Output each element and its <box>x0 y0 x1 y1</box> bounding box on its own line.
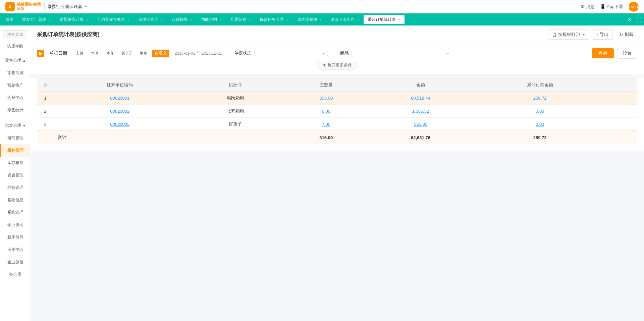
tab-keyongliang[interactable]: 可用量库存账本 × <box>93 15 133 24</box>
expand-icon: ▼ <box>322 63 326 68</box>
message-icon: ✉ <box>581 4 585 9</box>
date-btn-7days[interactable]: 近7天 <box>119 50 135 57</box>
row-extra <box>606 105 637 118</box>
close-icon[interactable]: × <box>286 17 288 21</box>
close-icon[interactable]: × <box>127 17 129 21</box>
logo-text: 畅捷通好生意 标版 <box>17 2 41 11</box>
status-select[interactable] <box>254 51 328 56</box>
arrow-icon: ▲ <box>22 59 26 62</box>
sidebar-item-ecommerce[interactable]: 电商管理 <box>0 132 30 144</box>
workspace-selector[interactable]: 母婴行业演示账套 <box>44 2 90 11</box>
filter-expand-row: ▼ 展开更多条件 <box>37 59 637 70</box>
sidebar-item-member[interactable]: 畅会员 <box>0 268 30 281</box>
th-settings: ⚙ <box>37 78 54 92</box>
chevron-down-icon <box>322 53 325 54</box>
sidebar: 搜索菜单 快捷导航 零售管理 ▲ 零售商城 营销推广 会员中心 零售统计 批发管… <box>0 25 30 321</box>
query-button[interactable]: 查询 <box>592 48 614 58</box>
goods-label: 商品 <box>340 50 349 56</box>
tab-yaoqing[interactable]: 邀请下游客户 × <box>326 15 363 24</box>
avatar[interactable]: demo2 <box>629 2 639 12</box>
print-icon: 🖨 <box>552 32 557 37</box>
nav-expand-button[interactable]: ⛶ <box>635 16 643 23</box>
tab-caigou-active[interactable]: 采购订单统计表 × <box>364 15 404 24</box>
page-header: 采购订单统计表(按供应商) 🖨 按模板打印 ↑ 导出 ↻ 刷新 <box>30 25 644 44</box>
logo-icon: 6 <box>5 2 15 11</box>
sidebar-item-retail-stats[interactable]: 零售统计 <box>0 104 30 116</box>
chevron-down-icon <box>582 34 585 36</box>
date-custom-tag[interactable]: 自定义 <box>152 50 169 57</box>
expand-more-button[interactable]: ▼ 展开更多条件 <box>317 61 358 70</box>
page-header-actions: 🖨 按模板打印 ↑ 导出 ↻ 刷新 <box>548 30 638 40</box>
sidebar-item-finance[interactable]: 资金管理 <box>0 169 30 181</box>
footer-empty <box>37 131 54 144</box>
footer-qty: 316.00 <box>285 131 368 144</box>
sidebar-item-inventory[interactable]: 库存核算 <box>0 157 30 169</box>
sidebar-item-newguide[interactable]: 新手引导 <box>0 231 30 244</box>
th-empty <box>606 78 637 92</box>
row-supplier: 飞鹤奶粉 <box>186 105 285 118</box>
row-code: 00020002 <box>54 105 186 118</box>
tab-yaohuo[interactable]: 要货单统计表 × <box>55 15 92 24</box>
sidebar-item-basic-info[interactable]: 基础信息 <box>0 194 30 206</box>
close-icon[interactable]: × <box>357 17 359 21</box>
table-row: 1 00020001 惠氏奶粉 303.00 60,519.44 259.72 <box>37 92 637 105</box>
sidebar-item-operations[interactable]: 经营管理 <box>0 181 30 194</box>
message-button[interactable]: ✉ 消息 <box>581 4 595 10</box>
quick-nav-button[interactable]: 快捷导航 <box>0 41 30 51</box>
sidebar-item-wholesale[interactable]: 批发管理 ▼ <box>0 119 30 132</box>
export-button[interactable]: ↑ 导出 <box>592 30 613 40</box>
date-range-display: 2016-01-01 至 2023-12-31 <box>175 51 222 56</box>
close-icon[interactable]: × <box>398 17 400 21</box>
setting-button[interactable]: 设置 <box>617 48 637 59</box>
sidebar-item-wechat[interactable]: 企业微信 <box>0 256 30 268</box>
table-header-row: ⚙ 往来单位编码 供应商 主数量 金额 累计付款金额 <box>37 78 637 92</box>
refresh-icon: ↻ <box>620 32 623 37</box>
row-supplier: 好孩子 <box>186 118 285 131</box>
date-btn-last-month[interactable]: 上月 <box>72 50 87 57</box>
sidebar-item-retail-mall[interactable]: 零售商城 <box>0 67 30 79</box>
footer-paid: 259.72 <box>474 131 606 144</box>
close-icon[interactable]: × <box>320 17 322 21</box>
row-supplier: 惠氏奶粉 <box>186 92 285 105</box>
close-icon[interactable]: × <box>49 17 51 21</box>
date-btn-more[interactable]: 更多 <box>137 50 151 57</box>
refresh-button[interactable]: ↻ 刷新 <box>615 30 637 39</box>
sidebar-item-enterprise[interactable]: 企业协同 <box>0 219 30 231</box>
tab-chaochuyujing[interactable]: 超储预警 × <box>168 15 196 24</box>
close-icon[interactable]: × <box>86 17 88 21</box>
table-wrap: ⚙ 往来单位编码 供应商 主数量 金额 累计付款金额 1 00020001 <box>30 78 644 151</box>
sidebar-item-appcenter[interactable]: 应用中心 <box>0 244 30 256</box>
sidebar-divider <box>0 53 30 53</box>
sidebar-item-retail-management[interactable]: 零售管理 ▲ <box>0 54 30 67</box>
app-download-button[interactable]: 📱 App下载 <box>600 4 623 10</box>
sidebar-item-system[interactable]: 系统管理 <box>0 206 30 219</box>
sidebar-item-purchase[interactable]: 采购管理 <box>0 144 30 157</box>
close-icon[interactable]: × <box>249 17 251 21</box>
tab-baozhiqi[interactable]: 保质期查询 × <box>134 15 167 24</box>
content-area: 采购订单统计表(按供应商) 🖨 按模板打印 ↑ 导出 ↻ 刷新 <box>30 25 644 321</box>
sidebar-item-marketing[interactable]: 营销推广 <box>0 79 30 92</box>
settings-icon[interactable]: ⚙ <box>42 82 48 88</box>
top-bar-left: 6 畅捷通好生意 标版 母婴行业演示账套 <box>5 2 90 11</box>
nav-close-button[interactable]: ✕ <box>626 16 633 23</box>
tab-peizhi[interactable]: 配置信息 × <box>226 15 255 24</box>
goods-input[interactable]: ··· <box>352 50 452 57</box>
close-icon[interactable]: × <box>161 17 163 21</box>
th-paid: 累计付款金额 <box>474 78 606 92</box>
tab-home[interactable]: 首页 <box>1 15 17 24</box>
date-btn-this-month[interactable]: 本月 <box>88 50 102 57</box>
tab-gongneng[interactable]: 功能说明 × <box>197 15 225 24</box>
row-qty: 6.00 <box>285 105 368 118</box>
tab-shoufacun[interactable]: 收发存汇总表 × <box>18 15 55 24</box>
th-code: 往来单位编码 <box>54 78 186 92</box>
search-input[interactable]: 搜索菜单 <box>3 30 27 39</box>
filter-toggle-button[interactable]: ▶ <box>37 50 44 57</box>
print-button[interactable]: 🖨 按模板打印 <box>548 30 589 40</box>
sidebar-item-member-center[interactable]: 会员中心 <box>0 92 30 104</box>
filter-row: ▶ 单据日期 上月 本月 本年 近7天 更多 自定义 2016-01-01 至 … <box>37 48 637 59</box>
date-btn-this-year[interactable]: 本年 <box>103 50 117 57</box>
tab-jianhuo[interactable]: 拣货任务管理 × <box>256 15 292 24</box>
close-icon[interactable]: × <box>190 17 192 21</box>
close-icon[interactable]: × <box>219 17 221 21</box>
tab-chengben[interactable]: 成本调整单 × <box>293 15 326 24</box>
